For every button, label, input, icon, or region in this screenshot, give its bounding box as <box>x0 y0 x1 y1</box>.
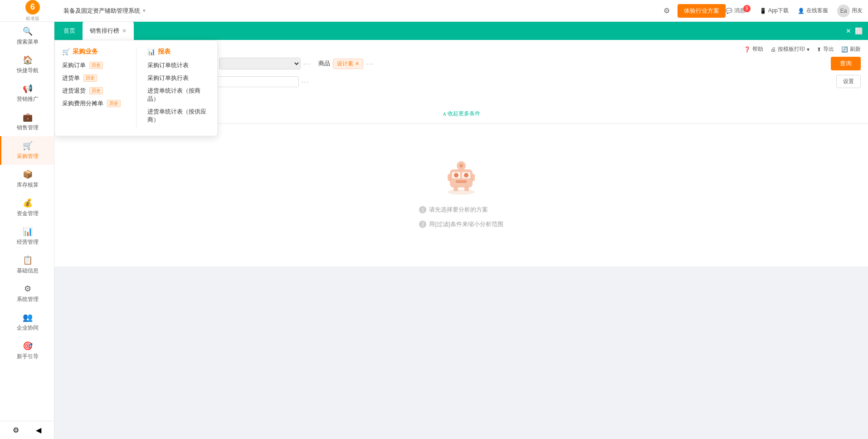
history-badge-1: 历史 <box>89 62 103 69</box>
svg-rect-6 <box>456 180 467 183</box>
sidebar-label-inventory: 库存核算 <box>17 181 39 189</box>
menu-item-inbound[interactable]: 进货单 历史 <box>62 74 125 82</box>
logo-icon: 6 <box>25 0 40 15</box>
sidebar-item-nav[interactable]: 🏠 快捷导航 <box>0 50 54 79</box>
message-action[interactable]: 💬 消息 9 <box>726 7 751 15</box>
query-btn[interactable]: 查询 <box>831 57 861 70</box>
refresh-btn[interactable]: 🔄 刷新 <box>841 45 861 53</box>
main-layout: 🔍 搜索菜单 🏠 快捷导航 📢 营销推广 💼 销售管理 🛒 采购管理 📦 库存核… <box>0 22 868 439</box>
sidebar-item-marketing[interactable]: 📢 营销推广 <box>0 79 54 108</box>
sidebar-collapse-icon[interactable]: ◀ <box>36 426 41 434</box>
sidebar-item-purchase[interactable]: 🛒 采购管理 <box>0 136 54 165</box>
sidebar-item-sales[interactable]: 💼 销售管理 <box>0 108 54 136</box>
menu-item-order-stats[interactable]: 采购订单统计表 <box>147 61 210 69</box>
logo-area: 6 标准版 <box>5 0 60 22</box>
settings-icon-btn[interactable]: ⚙ <box>660 5 673 17</box>
sidebar-label-nav: 快捷导航 <box>17 67 39 74</box>
tab-maximize-icon[interactable]: ⬜ <box>855 27 863 35</box>
history-badge-3: 历史 <box>89 87 103 94</box>
history-badge-4: 历史 <box>107 100 121 107</box>
sidebar-item-guide[interactable]: 🎯 新手引导 <box>0 336 54 365</box>
tab-close-window-icon[interactable]: ✕ <box>846 27 851 35</box>
sidebar-label-marketing: 营销推广 <box>17 95 39 103</box>
purchase-report-column: 📊 报表 采购订单统计表 采购订单执行表 进货单统计表（按商品） 进货单统计表（… <box>147 48 210 128</box>
salesman-input[interactable] <box>208 76 299 87</box>
salesman-dots[interactable]: ··· <box>302 78 310 85</box>
hint-step-1: 1 请先选择要分析的方案 <box>419 204 503 216</box>
sidebar-item-operations[interactable]: 📊 经营管理 <box>0 222 54 251</box>
svg-point-12 <box>459 164 463 168</box>
purchase-business-icon: 🛒 <box>62 48 70 55</box>
status-select[interactable] <box>219 58 301 69</box>
svg-rect-8 <box>471 174 475 181</box>
tab-home[interactable]: 首页 <box>56 22 83 40</box>
export-btn[interactable]: ⬆ 导出 <box>817 45 834 53</box>
collapse-btn[interactable]: ∧ 收起更多条件 <box>443 110 480 118</box>
tab-bar-actions: ✕ ⬜ <box>846 27 866 35</box>
sidebar-label-purchase: 采购管理 <box>17 153 39 160</box>
avatar: Ea <box>837 5 850 17</box>
purchase-business-column: 🛒 采购业务 采购订单 历史 进货单 历史 进货退货 历史 <box>62 48 125 128</box>
menu-item-expense[interactable]: 采购费用分摊单 历史 <box>62 99 125 108</box>
user-label: 用友 <box>852 7 863 15</box>
sidebar-label-sales: 销售管理 <box>17 124 39 132</box>
export-icon: ⬆ <box>817 46 821 53</box>
sidebar-item-collab[interactable]: 👥 企业协同 <box>0 308 54 336</box>
top-header: 6 标准版 装备及固定资产辅助管理系统 ▾ ⚙ 体验行业方案 💬 消息 9 📱 … <box>0 0 868 22</box>
system-title: 装备及固定资产辅助管理系统 ▾ <box>63 7 660 15</box>
menu-item-order-exec[interactable]: 采购订单执行表 <box>147 74 210 82</box>
message-icon: 💬 <box>726 8 732 14</box>
tab-bar: 首页 销售排行榜 ✕ ✕ ⬜ 🛒 采购业务 采购订单 <box>54 22 868 40</box>
sales-icon: 💼 <box>23 112 33 122</box>
goods-tag-close[interactable]: ✕ <box>355 61 359 67</box>
dropdown-arrow-icon[interactable]: ▾ <box>143 8 146 14</box>
status-dots[interactable]: ··· <box>303 60 312 67</box>
goods-tag-label: 设计素 <box>337 60 353 68</box>
menu-item-inbound-by-supplier[interactable]: 进货单统计表（按供应商） <box>147 108 210 124</box>
sidebar-item-basic[interactable]: 📋 基础信息 <box>0 251 54 279</box>
industry-btn[interactable]: 体验行业方案 <box>678 4 726 18</box>
marketing-icon: 📢 <box>23 84 33 94</box>
sidebar-settings-icon[interactable]: ⚙ <box>13 426 19 434</box>
online-service-label: 在线客服 <box>806 7 828 15</box>
menu-item-return[interactable]: 进货退货 历史 <box>62 87 125 95</box>
system-title-text: 装备及固定资产辅助管理系统 <box>63 7 140 15</box>
search-icon: 🔍 <box>23 26 33 36</box>
menu-item-purchase-order[interactable]: 采购订单 历史 <box>62 61 125 69</box>
purchase-report-title: 📊 报表 <box>147 48 210 56</box>
basic-icon: 📋 <box>23 255 33 265</box>
service-icon: 👤 <box>798 8 805 14</box>
help-icon: ❓ <box>744 46 751 53</box>
tab-sales-rank[interactable]: 销售排行榜 ✕ <box>83 22 134 40</box>
tab-home-label: 首页 <box>63 27 75 35</box>
inventory-icon: 📦 <box>23 169 33 179</box>
purchase-business-title: 🛒 采购业务 <box>62 48 125 56</box>
history-badge-2: 历史 <box>83 74 97 82</box>
sidebar-item-inventory[interactable]: 📦 库存核算 <box>0 165 54 193</box>
app-download-action[interactable]: 📱 App下载 <box>760 7 789 15</box>
help-btn[interactable]: ❓ 帮助 <box>744 45 763 53</box>
empty-svg <box>439 160 484 197</box>
svg-rect-1 <box>450 169 473 187</box>
sidebar-item-finance[interactable]: 💰 资金管理 <box>0 193 54 222</box>
operations-icon: 📊 <box>23 227 33 237</box>
online-service-action[interactable]: 👤 在线客服 <box>798 7 828 15</box>
sidebar-item-search[interactable]: 🔍 搜索菜单 <box>0 22 54 50</box>
sidebar-label-guide: 新手引导 <box>17 353 39 360</box>
user-action[interactable]: Ea 用友 <box>837 5 863 17</box>
sidebar-item-system[interactable]: ⚙ 系统管理 <box>0 279 54 308</box>
svg-rect-9 <box>454 187 458 191</box>
finance-icon: 💰 <box>23 198 33 208</box>
collapse-arrow-icon: ∧ <box>443 111 447 117</box>
print-btn[interactable]: 🖨 按模板打印 ▾ <box>770 45 809 53</box>
tab-close-icon[interactable]: ✕ <box>122 28 127 34</box>
guide-icon: 🎯 <box>23 341 33 351</box>
menu-item-inbound-by-goods[interactable]: 进货单统计表（按商品） <box>147 87 210 103</box>
tab-sales-rank-label: 销售排行榜 <box>90 27 119 35</box>
empty-state: 1 请先选择要分析的方案 2 用[过滤]条件来缩小分析范围 <box>54 124 868 266</box>
purchase-icon: 🛒 <box>23 141 33 151</box>
refresh-icon: 🔄 <box>841 46 848 53</box>
goods-dots[interactable]: ··· <box>366 60 374 67</box>
settings-small-btn[interactable]: 设置 <box>836 75 861 88</box>
print-dropdown-icon[interactable]: ▾ <box>807 46 809 53</box>
